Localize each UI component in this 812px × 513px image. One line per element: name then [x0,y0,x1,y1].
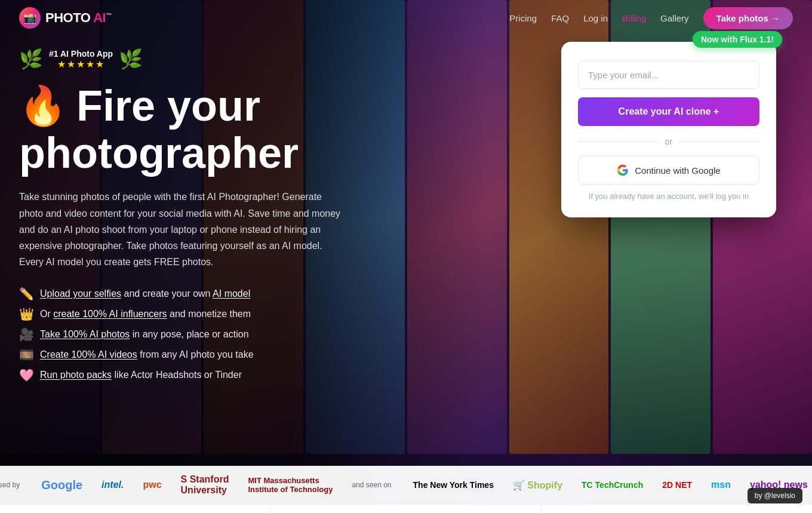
headline: 🔥 Fire your photographer [19,82,377,177]
award-title: #1 AI Photo App [49,49,113,59]
award-stars: ★★★★★ [49,59,113,70]
email-input[interactable] [578,61,759,89]
techcrunch-logo: TC TechCrunch [572,480,653,490]
divider-line-left [578,142,658,142]
nav-gallery[interactable]: Gallery [660,13,689,23]
google-logo: Google [32,478,92,492]
fire-emoji: 🔥 [19,85,67,127]
divider-or: or [578,137,759,146]
nav-links: Pricing FAQ Log in Billing Gallery Take … [509,7,793,29]
laurel-right-icon: 🌿 [119,48,143,70]
used-by-label: used by [0,481,20,489]
stanford-logo: S StanfordUniversity [171,474,239,496]
film-emoji: 🎞️ [19,348,34,362]
levelsin-badge: by @levelsio [748,488,802,503]
navbar: 📸 PHOTO AI™ Pricing FAQ Log in Billing G… [0,0,812,36]
testimonial-card-3: "Photo AI will be able to [542,505,812,513]
camera-emoji: 🎥 [19,327,34,342]
nav-faq[interactable]: FAQ [551,13,569,23]
nav-billing[interactable]: Billing [622,13,646,23]
feature-selfies: ✏️ Upload your selfies and create your o… [19,287,793,301]
upload-selfies-link[interactable]: Upload your selfies [40,288,121,299]
take-photos-button[interactable]: Take photos → [703,7,793,29]
testimonials-row: "Photo AI is making money by "Photo AI c… [0,504,812,513]
heart-emoji: 🩷 [19,368,34,382]
signup-card: Now with Flux 1.1! Create your AI clone … [561,42,776,217]
ai-photos-link[interactable]: Take 100% AI photos [40,329,130,339]
feature-list: ✏️ Upload your selfies and create your o… [19,287,793,382]
create-clone-button[interactable]: Create your AI clone + [578,97,759,126]
pwc-logo: pwc [133,480,171,490]
hero-section: 🌿 #1 AI Photo App ★★★★★ 🌿 🔥 Fire your ph… [0,36,812,466]
ai-influencers-link[interactable]: create 100% AI influencers [53,309,167,319]
feature-videos: 🎞️ Create 100% AI videos from any AI pho… [19,348,793,362]
msn-logo: msn [702,480,740,490]
seen-on-label: and seen on [352,481,391,489]
testimonial-card-2: "Photo AI can help content [270,505,541,513]
divider-line-right [679,142,759,142]
photo-packs-link[interactable]: Run photo packs [40,370,112,380]
ai-model-link[interactable]: AI model [213,288,250,299]
crown-emoji: 👑 [19,307,34,321]
nav-login[interactable]: Log in [583,13,608,23]
ai-videos-link[interactable]: Create 100% AI videos [40,349,137,360]
nav-pricing[interactable]: Pricing [509,13,537,23]
logo[interactable]: 📸 PHOTO AI™ [19,7,112,29]
laurel-left-icon: 🌿 [19,48,43,70]
description: Take stunning photos of people with the … [19,189,342,270]
logo-icon: 📸 [19,7,41,29]
intel-logo: intel. [92,480,133,490]
feature-packs: 🩷 Run photo packs like Actor Headshots o… [19,368,793,382]
signin-note: If you already have an account, we'll lo… [578,192,759,201]
award-badge: 🌿 #1 AI Photo App ★★★★★ 🌿 [19,48,143,70]
logo-text: PHOTO AI™ [45,10,112,26]
zdnet-logo: 2D NET [653,480,702,490]
feature-photos: 🎥 Take 100% AI photos in any pose, place… [19,327,793,342]
logos-bar: used by Google intel. pwc S StanfordUniv… [0,466,812,504]
google-signin-button[interactable]: Continue with Google [578,156,759,185]
feature-influencers: 👑 Or create 100% AI influencers and mone… [19,307,793,321]
mit-logo: MIT MassachusettsInstitute of Technology [238,476,342,494]
testimonial-card-1: "Photo AI is making money by [0,505,270,513]
shopify-logo: 🛒 Shopify [503,480,572,491]
google-icon [617,164,629,176]
nyt-logo: The New York Times [404,480,503,490]
selfie-emoji: ✏️ [19,287,34,301]
